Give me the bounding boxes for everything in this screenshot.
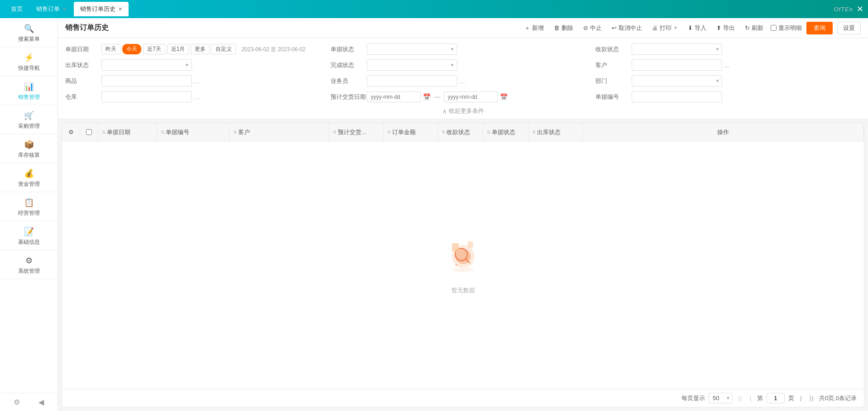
sidebar-item-label-capital: 资金管理 <box>18 180 40 188</box>
complete-status-label: 完成状态 <box>331 61 367 69</box>
page-input[interactable] <box>767 393 785 403</box>
sidebar-item-inventory[interactable]: 📦 库存核算 <box>0 134 58 163</box>
settings-button[interactable]: 设置 <box>837 22 861 34</box>
btn-today[interactable]: 今天 <box>122 44 141 54</box>
th-receipt: ⇅ 收款状态 <box>438 123 483 141</box>
empty-text: 暂无数据 <box>451 286 475 295</box>
salesperson-input[interactable] <box>367 75 457 87</box>
sort-icon-customer[interactable]: ⇅ <box>233 130 237 135</box>
bill-status-select[interactable] <box>367 44 457 55</box>
refresh-button[interactable]: ↻ 刷新 <box>742 22 766 34</box>
sidebar-item-system[interactable]: ⚙ 系统管理 <box>0 250 58 279</box>
warehouse-label: 仓库 <box>65 93 101 101</box>
receipt-status-label: 收款状态 <box>595 45 632 53</box>
display-toggle-label: 显示明细 <box>778 24 802 32</box>
tab-sales-order-label: 销售订单 <box>36 5 60 13</box>
sidebar-settings-icon[interactable]: ⚙ <box>14 398 20 406</box>
receipt-status-select[interactable] <box>632 44 722 55</box>
top-bar: 首页 销售订单 ✕ 销售订单历史 ✕ OfTEn ✕ <box>0 0 868 18</box>
sidebar-item-label-basic-info: 基础信息 <box>18 238 40 246</box>
toolbar: ＋ 新增 🗑 删除 ⊘ 中止 ↩ 取消中止 🖨 打印 <box>522 22 861 34</box>
print-icon: 🖨 <box>652 24 658 31</box>
main-layout: 🔍 搜索菜单 ⚡ 快捷导航 📊 销售管理 🛒 采购管理 📦 库存核算 💰 资金管… <box>0 18 868 411</box>
query-button[interactable]: 查询 <box>806 22 833 34</box>
tab-sales-order[interactable]: 销售订单 ✕ <box>30 2 73 16</box>
settings-gear-icon[interactable]: ⚙ <box>68 129 74 135</box>
delete-button[interactable]: 🗑 删除 <box>551 22 576 34</box>
sort-icon-delivery[interactable]: ⇅ <box>333 130 336 135</box>
next-page-button[interactable]: ⟩ <box>798 394 804 403</box>
customer-ellipsis-icon[interactable]: ... <box>724 61 730 69</box>
sidebar-item-search-menu[interactable]: 🔍 搜索菜单 <box>0 18 58 47</box>
first-page-button[interactable]: ⟨⟨ <box>736 394 744 403</box>
expected-date-end[interactable] <box>444 92 498 102</box>
warehouse-ellipsis-icon[interactable]: ... <box>194 93 200 101</box>
display-toggle-checkbox[interactable] <box>771 25 777 31</box>
display-toggle[interactable]: 显示明细 <box>771 24 802 32</box>
new-button[interactable]: ＋ 新增 <box>522 22 547 34</box>
tab-sales-order-history[interactable]: 销售订单历史 ✕ <box>74 2 129 16</box>
window-close-button[interactable]: ✕ <box>857 4 863 14</box>
stop-button[interactable]: ⊘ 中止 <box>580 22 604 34</box>
date-separator: — <box>434 93 440 100</box>
sidebar-item-basic-info[interactable]: 📝 基础信息 <box>0 221 58 250</box>
print-button[interactable]: 🖨 打印 ▼ <box>649 22 681 34</box>
customer-input[interactable] <box>632 59 722 71</box>
page-size-select[interactable]: 50 10 20 100 <box>709 393 732 403</box>
capital-icon: 💰 <box>24 169 34 179</box>
tab-home[interactable]: 首页 <box>5 2 29 16</box>
calendar-end-icon[interactable]: 📅 <box>500 93 508 101</box>
prev-page-button[interactable]: ⟨ <box>748 394 753 403</box>
purchase-icon: 🛒 <box>24 111 34 121</box>
th-checkbox[interactable] <box>80 123 98 141</box>
sort-icon-num[interactable]: ⇅ <box>161 130 164 135</box>
calendar-start-icon[interactable]: 📅 <box>423 93 431 101</box>
bill-status-label: 单据状态 <box>331 45 367 53</box>
btn-7days[interactable]: 近7天 <box>143 44 165 54</box>
sidebar-item-operations[interactable]: 📋 经营管理 <box>0 192 58 221</box>
btn-more[interactable]: 更多 <box>191 44 210 54</box>
collapse-button[interactable]: ∧ 收起更多条件 <box>442 107 484 115</box>
tab-sales-order-history-close[interactable]: ✕ <box>118 6 122 12</box>
warehouse-control: ... <box>101 91 331 102</box>
btn-custom[interactable]: 自定义 <box>211 44 236 54</box>
btn-yesterday[interactable]: 昨天 <box>101 44 120 54</box>
sidebar-item-label-quick-nav: 快捷导航 <box>18 64 40 72</box>
goods-input[interactable] <box>101 75 192 87</box>
expected-date-start[interactable] <box>367 92 421 102</box>
sidebar-item-quick-nav[interactable]: ⚡ 快捷导航 <box>0 47 58 76</box>
sort-icon-amount[interactable]: ⇅ <box>387 130 391 135</box>
inventory-icon: 📦 <box>24 140 34 150</box>
warehouse-input[interactable] <box>101 91 192 102</box>
import-button[interactable]: ⬇ 导入 <box>685 22 709 34</box>
page-size-wrap: 50 10 20 100 ▼ <box>709 393 732 403</box>
th-amount: ⇅ 订单金额 <box>384 123 438 141</box>
export-button[interactable]: ⬆ 导出 <box>714 22 738 34</box>
salesperson-control: ... <box>367 75 596 87</box>
expected-date-control: 📅 — 📅 <box>367 92 596 102</box>
cancel-stop-button[interactable]: ↩ 取消中止 <box>609 22 645 34</box>
bill-no-input[interactable] <box>632 91 722 102</box>
sidebar-item-purchase[interactable]: 🛒 采购管理 <box>0 105 58 134</box>
sort-icon-receipt[interactable]: ⇅ <box>441 130 445 135</box>
outbound-status-select[interactable] <box>101 59 192 71</box>
svg-point-8 <box>469 261 472 265</box>
sales-icon: 📊 <box>24 82 34 92</box>
sort-icon-date[interactable]: ⇅ <box>102 130 106 135</box>
sort-icon-outbound[interactable]: ⇅ <box>532 130 536 135</box>
th-settings[interactable]: ⚙ <box>62 123 80 141</box>
select-all-checkbox[interactable] <box>86 129 92 135</box>
basic-info-icon: 📝 <box>24 227 34 237</box>
last-page-button[interactable]: ⟩⟩ <box>807 394 815 403</box>
sidebar-item-capital[interactable]: 💰 资金管理 <box>0 163 58 192</box>
sidebar-item-sales[interactable]: 📊 销售管理 <box>0 76 58 105</box>
department-select[interactable] <box>632 75 722 87</box>
sidebar-collapse-icon[interactable]: ◀ <box>38 398 44 406</box>
goods-ellipsis-icon[interactable]: ... <box>194 77 200 85</box>
btn-1month[interactable]: 近1月 <box>167 44 189 54</box>
sort-icon-status[interactable]: ⇅ <box>487 130 490 135</box>
complete-status-select[interactable] <box>367 59 457 71</box>
import-icon: ⬇ <box>688 24 693 31</box>
salesperson-ellipsis-icon[interactable]: ... <box>459 77 465 85</box>
tab-sales-order-close[interactable]: ✕ <box>62 6 67 12</box>
